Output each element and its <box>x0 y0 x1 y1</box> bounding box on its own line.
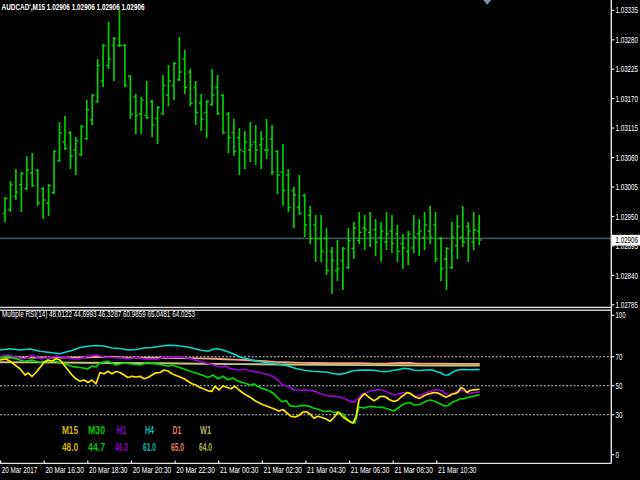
svg-text:1.03280: 1.03280 <box>616 35 639 45</box>
svg-text:20 Mar 18:30: 20 Mar 18:30 <box>89 465 128 475</box>
svg-text:H4: H4 <box>145 425 154 436</box>
svg-text:20 Mar 20:30: 20 Mar 20:30 <box>133 465 172 475</box>
svg-text:21 Mar 10:30: 21 Mar 10:30 <box>438 465 477 475</box>
svg-text:20 Mar 16:30: 20 Mar 16:30 <box>45 465 84 475</box>
svg-text:100: 100 <box>616 310 626 320</box>
svg-text:21 Mar 08:30: 21 Mar 08:30 <box>394 465 433 475</box>
svg-text:48.0: 48.0 <box>62 442 79 453</box>
svg-text:0: 0 <box>616 450 620 460</box>
svg-text:1.03335: 1.03335 <box>616 5 639 15</box>
svg-text:1.03060: 1.03060 <box>616 153 639 163</box>
svg-text:1.03170: 1.03170 <box>616 94 639 104</box>
svg-text:20 Mar 22:30: 20 Mar 22:30 <box>176 465 215 475</box>
svg-text:65.0: 65.0 <box>171 442 184 453</box>
svg-text:M15: M15 <box>62 425 79 436</box>
svg-text:46.3: 46.3 <box>115 442 128 453</box>
svg-text:21 Mar 00:30: 21 Mar 00:30 <box>220 465 259 475</box>
svg-text:1.03115: 1.03115 <box>616 123 639 133</box>
svg-text:30: 30 <box>616 410 623 420</box>
svg-text:W1: W1 <box>200 425 211 436</box>
svg-text:61.0: 61.0 <box>143 442 156 453</box>
svg-text:M30: M30 <box>88 425 105 436</box>
svg-text:1.02840: 1.02840 <box>616 271 639 281</box>
svg-text:50: 50 <box>616 381 623 391</box>
svg-text:AUDCAD',M15 1.02906 1.02906 1: AUDCAD',M15 1.02906 1.02906 1.02906 1.02… <box>2 2 145 12</box>
svg-text:H1: H1 <box>117 425 127 436</box>
svg-text:1.02906: 1.02906 <box>616 235 639 245</box>
svg-text:64.0: 64.0 <box>199 442 212 453</box>
svg-text:1.02785: 1.02785 <box>616 300 639 310</box>
svg-text:44.7: 44.7 <box>88 442 105 453</box>
svg-text:21 Mar 04:30: 21 Mar 04:30 <box>307 465 346 475</box>
svg-text:1.02950: 1.02950 <box>616 212 639 222</box>
svg-text:21 Mar 02:30: 21 Mar 02:30 <box>264 465 303 475</box>
svg-text:1.03005: 1.03005 <box>616 182 639 192</box>
svg-text:20 Mar 2017: 20 Mar 2017 <box>2 465 38 475</box>
svg-text:1.03225: 1.03225 <box>616 64 639 74</box>
svg-text:Multiple RSI(14) 48.0122 44.69: Multiple RSI(14) 48.0122 44.6993 46.3287… <box>2 309 195 319</box>
svg-text:21 Mar 06:30: 21 Mar 06:30 <box>351 465 390 475</box>
svg-text:70: 70 <box>616 352 623 362</box>
svg-text:D1: D1 <box>173 425 182 436</box>
